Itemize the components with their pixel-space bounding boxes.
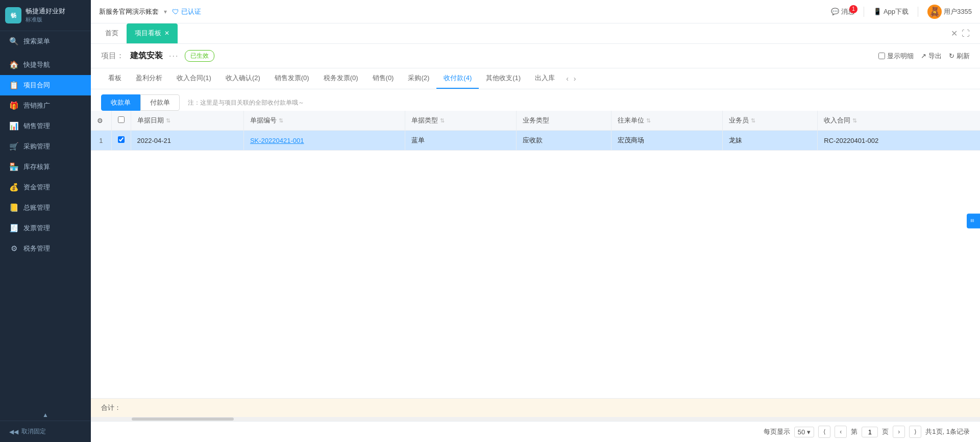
show-detail-label: 显示明细 (887, 52, 914, 61)
maximize-window-icon[interactable]: ⛶ (962, 29, 970, 38)
sidebar-item-label-4: 采购管理 (23, 142, 50, 151)
sidebar-item-4[interactable]: 🛒 采购管理 (0, 136, 91, 157)
subtab-purchase[interactable]: 采购(2) (401, 68, 436, 89)
inner-tab-receipt[interactable]: 收款单 (101, 94, 140, 111)
float-panel-toggle[interactable]: ≡ (967, 213, 980, 228)
status-badge: 已生效 (185, 50, 214, 62)
scroll-up-icon[interactable]: ▲ (42, 411, 48, 419)
subtab-tax-invoice[interactable]: 税务发票(0) (316, 68, 365, 89)
certified-badge: 🛡 已认证 (172, 7, 201, 16)
sidebar-item-label-3: 销售管理 (23, 121, 50, 131)
horizontal-scrollbar[interactable] (91, 417, 980, 421)
th-date[interactable]: 单据日期 ⇅ (131, 111, 243, 131)
export-label: 导出 (928, 52, 942, 61)
scrollbar-thumb[interactable] (132, 418, 234, 421)
th-contract[interactable]: 收入合同 ⇅ (818, 111, 980, 131)
subtab-profit[interactable]: 盈利分析 (129, 68, 169, 89)
select-all-checkbox[interactable] (118, 116, 125, 123)
th-type[interactable]: 单据类型 ⇅ (405, 111, 516, 131)
tab-project-board[interactable]: 项目看板 ✕ (127, 23, 178, 43)
sort-number-icon[interactable]: ⇅ (279, 117, 283, 124)
show-detail-input[interactable] (878, 53, 885, 59)
current-page-input[interactable] (862, 427, 878, 437)
sort-salesperson-icon[interactable]: ⇅ (751, 117, 755, 124)
page-title: 建筑安装 (130, 51, 163, 61)
topbar: 新服务官网演示账套 ▾ 🛡 已认证 💬 消息 1 📱 App下载 🧸 (91, 0, 980, 23)
sort-type-icon[interactable]: ⇅ (440, 117, 445, 124)
message-count-badge: 1 (849, 5, 857, 13)
th-salesperson-label: 业务员 (729, 116, 749, 125)
th-partner-label: 往来单位 (618, 116, 644, 125)
next-page-icon: › (898, 428, 900, 435)
td-number-link-0[interactable]: SK-20220421-001 (250, 137, 304, 144)
sidebar-item-7[interactable]: 📒 总账管理 (0, 198, 91, 218)
td-date-0: 2022-04-21 (131, 131, 243, 151)
th-biz-type-label: 业务类型 (523, 116, 549, 125)
app-download-button[interactable]: 📱 App下载 (873, 7, 909, 16)
search-label: 搜索菜单 (23, 37, 50, 46)
sidebar-item-label-7: 总账管理 (23, 203, 50, 212)
first-page-button[interactable]: ⟨ (818, 426, 830, 438)
sidebar-item-3[interactable]: 📊 销售管理 (0, 116, 91, 136)
sidebar-item-8[interactable]: 🧾 发票管理 (0, 218, 91, 238)
sidebar-item-2[interactable]: 🎁 营销推广 (0, 95, 91, 116)
next-page-button[interactable]: › (893, 426, 905, 438)
th-number[interactable]: 单据编号 ⇅ (243, 111, 405, 131)
row-checkbox-0[interactable] (118, 136, 125, 143)
close-window-icon[interactable]: ✕ (951, 29, 958, 38)
tab-close-icon[interactable]: ✕ (164, 30, 169, 37)
app-logo: 畅 (5, 7, 21, 23)
subtab-next-icon[interactable]: › (572, 75, 578, 83)
table-body: 1 2022-04-21 SK-20220421-001 蓝单 应收款 宏茂商场… (91, 131, 980, 151)
th-salesperson[interactable]: 业务员 ⇅ (722, 111, 817, 131)
settings-icon[interactable]: ⚙ (97, 117, 103, 125)
subtab-payment[interactable]: 收付款(4) (436, 68, 479, 89)
user-menu-button[interactable]: 🧸 用户3355 (927, 5, 972, 19)
avatar: 🧸 (927, 5, 942, 19)
td-number-0[interactable]: SK-20220421-001 (243, 131, 405, 151)
export-button[interactable]: ↗ 导出 (921, 52, 942, 61)
th-partner[interactable]: 往来单位 ⇅ (611, 111, 723, 131)
sidebar-item-1[interactable]: 📋 项目合同 (0, 75, 91, 95)
subtab-other-income[interactable]: 其他收支(1) (479, 68, 528, 89)
more-options-icon[interactable]: ··· (169, 52, 179, 61)
subtab-in-out[interactable]: 出入库 (528, 68, 562, 89)
refresh-button[interactable]: ↻ 刷新 (949, 52, 970, 61)
sidebar-item-9[interactable]: ⚙ 税务管理 (0, 238, 91, 259)
tabs-bar: 首页 项目看板 ✕ ✕ ⛶ (91, 23, 980, 44)
sidebar-item-icon-3: 📊 (9, 121, 18, 131)
sort-date-icon[interactable]: ⇅ (166, 117, 170, 124)
subtab-kanban[interactable]: 看板 (101, 68, 129, 89)
subtab-sales[interactable]: 销售(0) (365, 68, 401, 89)
subtab-income-contract[interactable]: 收入合同(1) (169, 68, 218, 89)
subtab-sales-invoice[interactable]: 销售发票(0) (267, 68, 316, 89)
cancel-pin-footer[interactable]: ◀◀ 取消固定 (0, 421, 91, 442)
show-detail-checkbox[interactable]: 显示明细 (878, 52, 914, 61)
th-checkbox (111, 111, 131, 131)
main-content: 新服务官网演示账套 ▾ 🛡 已认证 💬 消息 1 📱 App下载 🧸 (91, 0, 980, 442)
sidebar-item-6[interactable]: 💰 资金管理 (0, 177, 91, 198)
tab-home[interactable]: 首页 (97, 23, 127, 43)
td-type-0: 蓝单 (405, 131, 516, 151)
sidebar-item-label-2: 营销推广 (23, 101, 50, 110)
sidebar-item-5[interactable]: 🏪 库存核算 (0, 157, 91, 177)
account-dropdown-icon[interactable]: ▾ (164, 8, 167, 15)
sidebar-item-0[interactable]: 🏠 快捷导航 (0, 55, 91, 75)
subtab-prev-icon[interactable]: ‹ (564, 75, 571, 83)
pagination-bar: 每页显示 50 ▾ ⟨ ‹ 第 页 › ⟩ 共1页, 1条记录 (91, 421, 980, 442)
td-salesperson-0: 龙妹 (722, 131, 817, 151)
last-page-button[interactable]: ⟩ (909, 426, 921, 438)
messages-button[interactable]: 💬 消息 1 (831, 7, 854, 16)
sort-partner-icon[interactable]: ⇅ (646, 117, 651, 124)
th-settings[interactable]: ⚙ (91, 111, 111, 131)
export-icon: ↗ (921, 52, 926, 60)
search-menu-item[interactable]: 🔍 搜索菜单 (0, 31, 91, 52)
subtab-income-confirm[interactable]: 收入确认(2) (218, 68, 267, 89)
page-size-select[interactable]: 50 ▾ (794, 427, 814, 437)
sidebar-item-label-0: 快捷导航 (23, 60, 50, 69)
inner-tab-payment[interactable]: 付款单 (140, 94, 180, 111)
page-header-right: 显示明细 ↗ 导出 ↻ 刷新 (878, 52, 970, 61)
topbar-right: 💬 消息 1 📱 App下载 🧸 用户3355 (831, 5, 972, 19)
sort-contract-icon[interactable]: ⇅ (852, 117, 857, 124)
prev-page-button[interactable]: ‹ (835, 426, 847, 438)
